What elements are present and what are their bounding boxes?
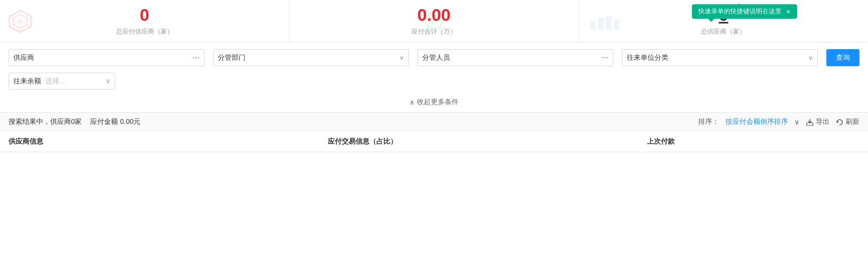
balance-filter-label: 往来余额 bbox=[13, 76, 41, 86]
supplier-filter-label: 供应商 bbox=[13, 53, 34, 62]
result-actions: 排序： 按应付会额倒序排序 ∨ 导出 刷新 bbox=[698, 117, 859, 127]
collapse-icon: ∧ bbox=[409, 98, 415, 106]
total-payable-suppliers-number: 0 bbox=[140, 6, 149, 25]
department-filter[interactable]: 分管部门 ∨ bbox=[213, 49, 409, 66]
col-transaction-header: 应付交易信息（占比） bbox=[328, 137, 647, 146]
bar-chart-icon bbox=[588, 12, 625, 30]
export-icon bbox=[806, 117, 814, 126]
svg-rect-11 bbox=[590, 21, 596, 30]
result-bar: 搜索结果中，供应商0家 应付金额 0.00元 排序： 按应付会额倒序排序 ∨ 导… bbox=[0, 113, 868, 131]
pig-icon bbox=[420, 7, 448, 35]
refresh-label: 刷新 bbox=[846, 117, 859, 127]
payable-amount-text: 应付金额 0.00元 bbox=[90, 117, 140, 127]
export-label: 导出 bbox=[816, 117, 830, 127]
supplier-input[interactable] bbox=[38, 54, 191, 62]
sort-label: 排序： bbox=[698, 117, 719, 127]
sort-option[interactable]: 按应付会额倒序排序 bbox=[725, 117, 788, 127]
diamond-logo-icon bbox=[9, 10, 32, 33]
department-input[interactable] bbox=[250, 54, 397, 62]
sort-arrow-icon[interactable]: ∨ bbox=[794, 118, 800, 126]
manager-filter-label: 分管人员 bbox=[422, 53, 450, 62]
supplier-count-text: 搜索结果中，供应商0家 bbox=[9, 117, 82, 127]
department-filter-label: 分管部门 bbox=[218, 53, 246, 62]
svg-point-7 bbox=[436, 17, 439, 20]
filter-row-2: 往来余额 选择... ∨ bbox=[9, 73, 859, 90]
stat-payable-total: 0.00 应付合计（万） bbox=[289, 0, 579, 42]
svg-point-6 bbox=[429, 17, 431, 20]
tooltip-area: 快速录单的快捷键说明在这里 × bbox=[579, 0, 868, 8]
balance-select-placeholder: 选择... bbox=[45, 76, 65, 86]
refresh-icon bbox=[836, 117, 843, 126]
tooltip-text: 快速录单的快捷键说明在这里 bbox=[698, 7, 782, 16]
connected-tooltip: 快速录单的快捷键说明在这里 × bbox=[705, 3, 742, 8]
svg-rect-13 bbox=[606, 15, 612, 29]
balance-arrow-icon[interactable]: ∨ bbox=[106, 77, 111, 85]
query-button[interactable]: 查询 bbox=[826, 49, 859, 66]
stats-bar: 0 总应付供应商（家） 0.00 应付合计（万） 快速录单的快捷键说明在这里 bbox=[0, 0, 868, 43]
svg-rect-14 bbox=[614, 19, 620, 29]
result-info: 搜索结果中，供应商0家 应付金额 0.00元 bbox=[9, 117, 140, 127]
total-suppliers-label: 总供应商（家） bbox=[701, 27, 746, 36]
category-input[interactable] bbox=[673, 54, 806, 62]
category-filter-label: 往来单位分类 bbox=[627, 53, 668, 62]
content-area bbox=[0, 152, 868, 275]
svg-point-10 bbox=[435, 21, 436, 23]
stat-total-suppliers: 快速录单的快捷键说明在这里 × 0 总供应商（家） bbox=[579, 0, 868, 42]
filter-section: 供应商 ··· 分管部门 ∨ 分管人员 ··· 往来单位分类 ∨ 查询 往来余额 bbox=[0, 43, 868, 113]
collapse-btn[interactable]: ∧ 收起更多条件 bbox=[9, 94, 859, 112]
balance-filter[interactable]: 往来余额 选择... ∨ bbox=[9, 73, 115, 90]
manager-input[interactable] bbox=[454, 54, 599, 62]
refresh-btn[interactable]: 刷新 bbox=[836, 117, 859, 127]
department-arrow-icon[interactable]: ∨ bbox=[399, 54, 404, 61]
total-payable-suppliers-label: 总应付供应商（家） bbox=[116, 27, 173, 36]
filter-row-1: 供应商 ··· 分管部门 ∨ 分管人员 ··· 往来单位分类 ∨ 查询 bbox=[9, 49, 859, 66]
table-header: 供应商信息 应付交易信息（占比） 上次付款 bbox=[0, 131, 868, 152]
manager-filter[interactable]: 分管人员 ··· bbox=[417, 49, 613, 66]
col-supplier-header: 供应商信息 bbox=[9, 137, 328, 146]
tooltip-close-btn[interactable]: × bbox=[786, 8, 790, 15]
collapse-text: 收起更多条件 bbox=[417, 97, 459, 107]
supplier-filter[interactable]: 供应商 ··· bbox=[9, 49, 204, 66]
export-btn[interactable]: 导出 bbox=[806, 117, 830, 127]
stat-total-payable-suppliers: 0 总应付供应商（家） bbox=[0, 0, 289, 42]
shortcut-tooltip: 快速录单的快捷键说明在这里 × bbox=[692, 4, 796, 19]
manager-dots-btn[interactable]: ··· bbox=[602, 53, 609, 62]
supplier-dots-btn[interactable]: ··· bbox=[193, 53, 200, 62]
category-arrow-icon[interactable]: ∨ bbox=[808, 54, 813, 61]
col-payment-header: 上次付款 bbox=[647, 137, 860, 146]
svg-rect-12 bbox=[598, 18, 604, 30]
category-filter[interactable]: 往来单位分类 ∨ bbox=[622, 49, 818, 66]
svg-point-9 bbox=[432, 21, 433, 23]
